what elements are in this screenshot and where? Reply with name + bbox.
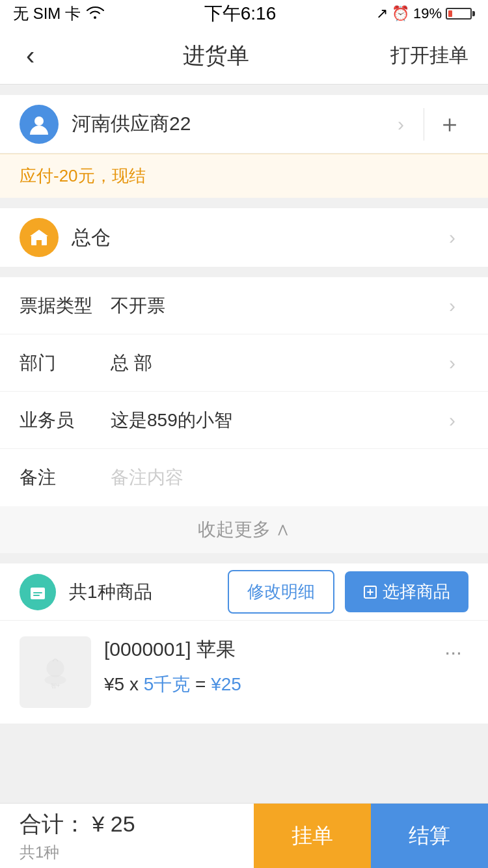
product-formula: ¥5 x 5千克 = ¥25 — [104, 672, 438, 697]
svg-text:智+: 智+ — [51, 683, 60, 689]
svg-point-6 — [47, 660, 64, 677]
chevron-right-icon-invoice: › — [449, 295, 455, 317]
status-time: 下午6:16 — [204, 1, 277, 26]
total-section: 合计： ¥ 25 共1种 — [0, 804, 254, 868]
svg-rect-3 — [36, 240, 42, 245]
settle-button[interactable]: 结算 — [371, 804, 488, 868]
select-product-button[interactable]: 选择商品 — [345, 571, 468, 612]
product-id: [0000001] — [104, 638, 197, 660]
hang-order-button[interactable]: 挂单 — [254, 804, 371, 868]
supplier-avatar — [20, 105, 59, 144]
bottom-spacer — [0, 724, 488, 800]
remark-placeholder[interactable]: 备注内容 — [98, 465, 468, 490]
warehouse-row[interactable]: 总仓 › — [0, 208, 488, 267]
warehouse-icon — [20, 218, 59, 257]
chevron-right-icon-dept: › — [449, 352, 455, 374]
department-label: 部门 — [20, 351, 98, 375]
products-section: 共1种商品 修改明细 选择商品 智+ — [0, 563, 488, 724]
form-section: 票据类型 不开票 › 部门 总 部 › 业务员 这是859的小智 › 备注 备注… — [0, 277, 488, 506]
svg-marker-2 — [30, 230, 48, 236]
product-more-button[interactable]: ··· — [438, 636, 468, 668]
alarm-icon: ⏰ — [392, 5, 409, 22]
location-icon: ↗ — [376, 5, 388, 22]
collapse-label: 收起更多 ∧ — [198, 517, 291, 542]
chevron-right-icon-sales: › — [449, 409, 455, 431]
products-header: 共1种商品 修改明细 选择商品 — [0, 563, 488, 621]
svg-point-0 — [34, 116, 44, 126]
total-amount: 合计： ¥ 25 — [20, 809, 234, 839]
supplier-name: 河南供应商22 — [72, 111, 398, 137]
department-row[interactable]: 部门 总 部 › — [0, 334, 488, 392]
product-info: [0000001] 苹果 ¥5 x 5千克 = ¥25 — [104, 636, 438, 697]
collapse-button[interactable]: 收起更多 ∧ — [0, 506, 488, 553]
product-count-text: 共1种商品 — [69, 580, 228, 604]
supplier-section: 河南供应商22 › ＋ 应付-20元，现结 — [0, 95, 488, 198]
vertical-divider — [424, 108, 424, 141]
remark-label: 备注 — [20, 465, 98, 490]
salesperson-value: 这是859的小智 — [98, 408, 449, 433]
invoice-type-row[interactable]: 票据类型 不开票 › — [0, 277, 488, 334]
product-total: ¥25 — [211, 674, 241, 694]
nav-bar: ‹ 进货单 打开挂单 — [0, 27, 488, 85]
invoice-type-value: 不开票 — [98, 293, 449, 318]
department-value: 总 部 — [98, 351, 449, 375]
open-hang-button[interactable]: 打开挂单 — [390, 42, 468, 69]
wifi-icon — [86, 5, 104, 23]
edit-detail-button[interactable]: 修改明细 — [228, 570, 334, 614]
status-bar: 无 SIM 卡 下午6:16 ↗ ⏰ 19% — [0, 0, 488, 27]
carrier-label: 无 SIM 卡 — [13, 3, 81, 24]
invoice-type-label: 票据类型 — [20, 293, 98, 318]
chevron-right-icon: › — [398, 113, 404, 135]
product-count-icon — [20, 574, 56, 610]
supplier-row[interactable]: 河南供应商22 › ＋ — [0, 95, 488, 154]
total-label: 合计： — [20, 811, 86, 836]
select-product-label: 选择商品 — [383, 580, 450, 603]
warehouse-section: 总仓 › — [0, 208, 488, 267]
product-item: 智+ [0000001] 苹果 ¥5 x 5千克 = ¥25 ··· — [0, 621, 488, 724]
total-value: ¥ 25 — [92, 811, 135, 836]
product-title: 苹果 — [197, 638, 236, 660]
battery-icon — [446, 8, 475, 20]
back-button[interactable]: ‹ — [20, 34, 41, 77]
chevron-right-icon-warehouse: › — [449, 226, 455, 249]
supplier-alert-banner: 应付-20元，现结 — [0, 154, 488, 198]
warehouse-name: 总仓 — [72, 224, 449, 251]
product-price: ¥5 x — [104, 674, 144, 694]
salesperson-row[interactable]: 业务员 这是859的小智 › — [0, 392, 488, 449]
product-thumbnail: 智+ — [20, 636, 91, 708]
product-equals: = — [195, 674, 211, 694]
product-name: [0000001] 苹果 — [104, 636, 438, 663]
product-quantity: 5千克 — [144, 674, 191, 694]
main-content: 河南供应商22 › ＋ 应付-20元，现结 总仓 › 票据类型 不开票 — [0, 95, 488, 800]
battery-percent: 19% — [413, 5, 442, 22]
remark-row[interactable]: 备注 备注内容 — [0, 449, 488, 506]
page-title: 进货单 — [183, 41, 249, 71]
salesperson-label: 业务员 — [20, 408, 98, 433]
add-button[interactable]: ＋ — [431, 101, 468, 147]
alert-text: 应付-20元，现结 — [20, 166, 146, 185]
bottom-bar: 合计： ¥ 25 共1种 挂单 结算 — [0, 803, 488, 868]
total-count: 共1种 — [20, 842, 234, 863]
